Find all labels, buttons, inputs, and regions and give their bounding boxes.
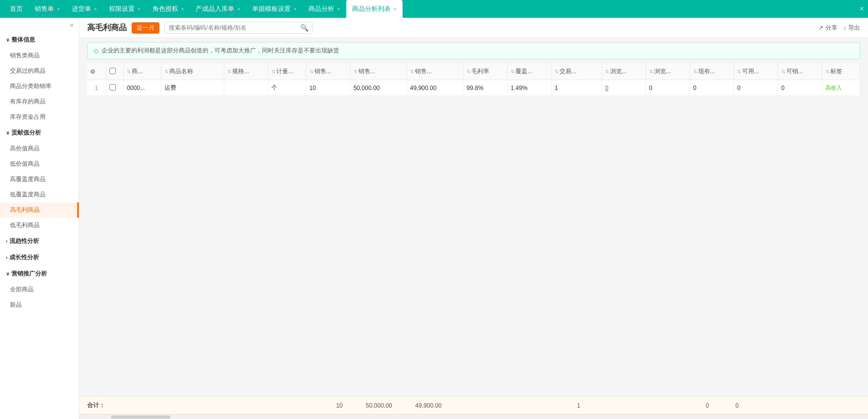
col-sort-icon: ⇅	[825, 69, 829, 74]
nav-close-icon[interactable]: ×	[294, 6, 297, 12]
tag-badge: 高收入	[825, 85, 842, 91]
col-header-checkbox	[106, 63, 124, 80]
nav-item-进货单[interactable]: 进货单×	[66, 0, 103, 18]
col-sort-icon: ⇅	[354, 69, 357, 74]
col-header-9: ⇅交易...	[552, 63, 602, 80]
sidebar-item-高毛利商品[interactable]: 高毛利商品	[0, 202, 79, 218]
sidebar-item-有库存的商品[interactable]: 有库存的商品	[0, 94, 79, 109]
nav-item-角色授权[interactable]: 角色授权×	[147, 0, 190, 18]
row-checkbox[interactable]	[106, 80, 124, 96]
row-current: 0	[690, 80, 734, 96]
sidebar-item-高价值商品[interactable]: 高价值商品	[0, 141, 79, 156]
col-header-index: ⚙	[87, 63, 106, 80]
sidebar-group-4[interactable]: ∨营销推广分析	[0, 266, 79, 282]
sidebar-item-库存资金占用[interactable]: 库存资金占用	[0, 109, 79, 125]
col-header-12: ⇅现有...	[690, 63, 734, 80]
settings-icon[interactable]: ⚙	[90, 68, 96, 75]
sidebar-item-高覆盖度商品[interactable]: 高覆盖度商品	[0, 172, 79, 187]
sidebar-item-全部商品[interactable]: 全部商品	[0, 282, 79, 297]
sidebar-group-label: 整体信息	[11, 36, 35, 44]
nav-item-销售单[interactable]: 销售单×	[29, 0, 66, 18]
row-sales2: 50,000.00	[350, 80, 407, 96]
sidebar-item-低覆盖度商品[interactable]: 低覆盖度商品	[0, 187, 79, 202]
nav-close-icon[interactable]: ×	[237, 6, 240, 12]
top-nav-bar: 首页销售单×进货单×权限设置×角色授权×产成品入库单×单据模板设置×商品分析×商…	[0, 0, 868, 18]
sidebar: «∨整体信息销售类商品交易过的商品商品分类助销率有库存的商品库存资金占用∨贡献值…	[0, 18, 79, 419]
nav-close-icon[interactable]: ×	[94, 6, 97, 12]
footer-transactions: 1	[551, 402, 580, 409]
sidebar-item-低毛利商品[interactable]: 低毛利商品	[0, 218, 79, 233]
row-browse1[interactable]: 0	[602, 80, 646, 96]
share-button[interactable]: ↗ 分享	[818, 24, 837, 32]
col-header-1: ⇅商品名称	[161, 63, 224, 80]
footer-available: 0	[679, 402, 709, 409]
filter-recent-month-button[interactable]: 近一月	[132, 22, 159, 34]
sidebar-group-label: 成长性分析	[9, 253, 39, 262]
col-sort-icon: ⇅	[605, 69, 609, 74]
sidebar-item-低价值商品[interactable]: 低价值商品	[0, 156, 79, 172]
horizontal-scrollbar[interactable]	[79, 414, 868, 419]
row-select-checkbox[interactable]	[109, 84, 116, 91]
col-header-14: ⇅可销...	[778, 63, 822, 80]
col-sort-icon: ⇅	[511, 69, 514, 74]
row-transactions: 1	[552, 80, 602, 96]
row-spec	[224, 80, 268, 96]
nav-close-icon[interactable]: ×	[337, 6, 340, 12]
table-row: 10000...运费个1050,000.0049,900.0099.8%1.49…	[87, 80, 860, 96]
browse-link[interactable]: 0	[605, 85, 609, 92]
table-body: 10000...运费个1050,000.0049,900.0099.8%1.49…	[87, 80, 860, 96]
sidebar-group-1[interactable]: ∨贡献值分析	[0, 125, 79, 141]
content-area: 高毛利商品 近一月 🔍 ↗ 分享 ↓ 导出 ◇ 企业的主要的利润都是这部分商品创…	[79, 18, 868, 419]
nav-close-icon[interactable]: ×	[57, 6, 60, 12]
footer-sellable: 0	[709, 402, 739, 409]
row-coverage: 1.49%	[508, 80, 552, 96]
footer-sales1: 10	[313, 402, 343, 409]
nav-item-产成品入库单[interactable]: 产成品入库单×	[190, 0, 246, 18]
col-sort-icon: ⇅	[127, 69, 131, 74]
row-available: 0	[734, 80, 778, 96]
nav-close-icon[interactable]: ×	[138, 6, 141, 12]
sidebar-item-交易过的商品[interactable]: 交易过的商品	[0, 63, 79, 79]
row-sales1: 10	[306, 80, 350, 96]
col-header-8: ⇅覆盖...	[508, 63, 552, 80]
nav-item-单据模板设置[interactable]: 单据模板设置×	[246, 0, 303, 18]
row-browse2: 0	[646, 80, 690, 96]
nav-item-商品分析列表[interactable]: 商品分析列表×	[346, 0, 403, 18]
content-header: 高毛利商品 近一月 🔍 ↗ 分享 ↓ 导出	[79, 18, 868, 38]
footer-sales3: 49,900.00	[392, 402, 442, 409]
select-all-checkbox[interactable]	[109, 68, 116, 74]
search-input[interactable]	[169, 24, 300, 31]
sidebar-item-新品[interactable]: 新品	[0, 297, 79, 313]
col-sort-icon: ⇅	[466, 69, 470, 74]
row-sales3: 49,900.00	[407, 80, 463, 96]
sidebar-group-3[interactable]: ›成长性分析	[0, 249, 79, 266]
row-sellable: 0	[778, 80, 822, 96]
col-header-0: ⇅商...	[124, 63, 161, 80]
col-header-6: ⇅销售...	[407, 63, 463, 80]
search-box: 🔍	[164, 22, 313, 34]
sidebar-group-arrow: ∨	[6, 37, 9, 43]
row-unit: 个	[268, 80, 306, 96]
scrollbar-thumb[interactable]	[111, 416, 170, 419]
page-title: 高毛利商品	[87, 23, 127, 33]
col-sort-icon: ⇅	[737, 69, 741, 74]
col-header-15: ⇅标签	[822, 63, 860, 80]
nav-item-商品分析[interactable]: 商品分析×	[303, 0, 346, 18]
sidebar-item-销售类商品[interactable]: 销售类商品	[0, 48, 79, 63]
export-button[interactable]: ↓ 导出	[843, 24, 860, 32]
sidebar-item-商品分类助销率[interactable]: 商品分类助销率	[0, 79, 79, 94]
sidebar-group-0[interactable]: ∨整体信息	[0, 32, 79, 48]
nav-close-icon[interactable]: ×	[394, 6, 397, 12]
sidebar-collapse-button[interactable]: «	[0, 18, 79, 32]
sidebar-group-2[interactable]: ›流趋性分析	[0, 233, 79, 249]
search-icon[interactable]: 🔍	[300, 24, 308, 32]
sidebar-group-label: 贡献值分析	[11, 129, 41, 137]
nav-close-icon[interactable]: ×	[181, 6, 184, 12]
nav-item-首页[interactable]: 首页	[4, 0, 29, 18]
col-sort-icon: ⇅	[227, 69, 231, 74]
nav-item-权限设置[interactable]: 权限设置×	[103, 0, 147, 18]
export-icon: ↓	[843, 24, 846, 31]
col-sort-icon: ⇅	[271, 69, 275, 74]
row-tag: 高收入	[822, 80, 860, 96]
close-all-tabs-button[interactable]: ×	[860, 4, 864, 13]
